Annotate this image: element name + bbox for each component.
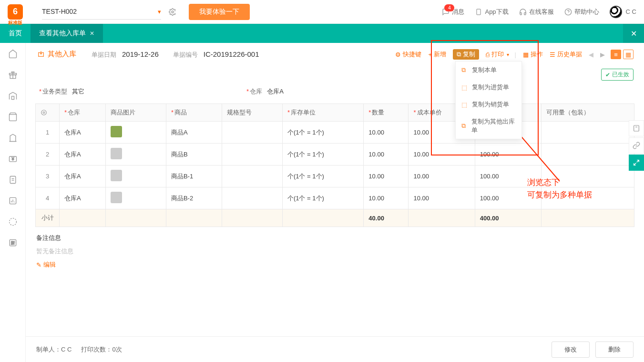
warehouse-field: *仓库 仓库A xyxy=(246,87,284,96)
subtotal-amount: 400.00 xyxy=(475,209,541,227)
table-row[interactable]: 1 仓库A 商品A 个(1个 = 1个) 10.00 10.00 100.00 xyxy=(36,122,634,144)
view-list-button[interactable]: ≡ xyxy=(611,50,621,59)
copy-button[interactable]: ⧉ 复制 xyxy=(453,49,479,60)
gear-icon: ⚙ xyxy=(395,51,401,58)
next-button[interactable]: ▶ xyxy=(600,51,605,58)
copy-as-outbound[interactable]: ⧉复制为其他出库单 xyxy=(456,113,521,139)
trial-button[interactable]: 我要体验一下 xyxy=(189,4,250,20)
app-download-link[interactable]: App下载 xyxy=(475,8,508,16)
row-qty: 10.00 xyxy=(364,122,409,144)
tab-current[interactable]: 查看其他入库单 ✕ xyxy=(31,24,103,43)
copy-as-purchase[interactable]: ⬚复制为进货单 xyxy=(456,79,521,96)
report-icon[interactable] xyxy=(8,196,18,206)
inbound-icon xyxy=(37,50,45,58)
close-icon[interactable]: ✕ xyxy=(90,30,94,37)
purchase-icon: ⬚ xyxy=(461,84,468,91)
check-icon: ✔ xyxy=(605,72,610,78)
history-button[interactable]: ☰历史单据 xyxy=(550,50,582,59)
row-amount: 100.00 xyxy=(475,187,541,209)
rail-expand-icon[interactable] xyxy=(629,155,644,171)
svg-rect-12 xyxy=(10,176,16,184)
gear-icon[interactable] xyxy=(169,8,176,16)
view-grid-button[interactable]: ▦ xyxy=(623,50,634,59)
delete-button[interactable]: 删除 xyxy=(595,341,634,358)
ops-button[interactable]: ▦操作 xyxy=(523,50,543,59)
tab-current-label: 查看其他入库单 xyxy=(39,29,86,38)
money-icon[interactable]: ¥ xyxy=(8,154,18,164)
customer-service-link[interactable]: 在线客服 xyxy=(519,8,554,16)
outbound-icon: ⧉ xyxy=(461,122,468,130)
row-qty: 10.00 xyxy=(364,187,409,209)
th-image: 商品图片 xyxy=(105,104,166,122)
edit-remarks-link[interactable]: ✎编辑 xyxy=(36,260,634,269)
copy-this-doc[interactable]: ⧉复制本单 xyxy=(456,62,521,79)
new-icon[interactable]: 新 xyxy=(8,238,18,248)
help-icon xyxy=(564,8,572,16)
add-button[interactable]: +新增 xyxy=(428,50,446,59)
tab-home[interactable]: 首页 xyxy=(0,24,31,43)
row-unit: 个(1个 = 1个) xyxy=(282,144,363,165)
print-button[interactable]: ⎙打印▾ xyxy=(486,50,509,59)
warehouse-icon[interactable] xyxy=(8,91,18,101)
row-warehouse: 仓库A xyxy=(60,144,106,165)
th-warehouse: *仓库 xyxy=(60,104,106,122)
headset-icon xyxy=(519,8,527,16)
loading-icon[interactable] xyxy=(8,217,18,227)
building-icon[interactable] xyxy=(8,133,18,143)
svg-text:¥: ¥ xyxy=(11,156,14,161)
card-title: 其他入库 xyxy=(48,50,76,59)
card-tab[interactable]: 其他入库 xyxy=(36,43,77,66)
grid-icon: ▦ xyxy=(523,51,529,58)
prev-button[interactable]: ◀ xyxy=(589,51,593,58)
copy-dropdown: ⧉复制本单 ⬚复制为进货单 ⬚复制为销货单 ⧉复制为其他出库单 xyxy=(455,61,522,139)
table-row[interactable]: 2 仓库A 商品B 个(1个 = 1个) 10.00 10.00 100.00 xyxy=(36,144,634,165)
row-price: 10.00 xyxy=(409,144,475,165)
help-label: 帮助中心 xyxy=(574,8,599,16)
table-row[interactable]: 4 仓库A 商品B-2 个(1个 = 1个) 10.00 10.00 100.0… xyxy=(36,187,634,209)
modify-button[interactable]: 修改 xyxy=(552,341,590,358)
shop-name: TEST-H002 xyxy=(42,8,77,15)
help-link[interactable]: 帮助中心 xyxy=(564,8,599,16)
row-unit: 个(1个 = 1个) xyxy=(282,187,363,209)
row-spec xyxy=(222,187,282,209)
row-warehouse: 仓库A xyxy=(60,165,106,187)
row-index: 2 xyxy=(36,144,60,165)
topbar: 6 标准版 TEST-H002 ▾ 我要体验一下 消息 App下载 xyxy=(0,0,644,24)
row-index: 1 xyxy=(36,122,60,144)
row-available xyxy=(542,144,634,165)
copy-as-sales[interactable]: ⬚复制为销货单 xyxy=(456,96,521,113)
row-available xyxy=(542,122,634,144)
shop-selector[interactable]: TEST-H002 ▾ xyxy=(42,4,161,20)
card-footer: 制单人： C C 打印次数： 0次 修改 删除 xyxy=(26,336,644,362)
product-image-icon xyxy=(111,126,122,137)
shortcut-button[interactable]: ⚙快捷键 xyxy=(395,50,421,59)
rail-note-icon[interactable] xyxy=(629,120,644,136)
row-product: 商品B-2 xyxy=(166,187,222,209)
svg-rect-1 xyxy=(477,9,480,15)
table-row[interactable]: 3 仓库A 商品B-1 个(1个 = 1个) 10.00 10.00 100.0… xyxy=(36,165,634,187)
row-spec xyxy=(222,165,282,187)
messages-link[interactable]: 消息 xyxy=(442,8,464,16)
maker-value: C C xyxy=(61,346,72,353)
row-available xyxy=(542,187,634,209)
home-icon[interactable] xyxy=(8,49,18,59)
prints-label: 打印次数： xyxy=(81,345,112,354)
avatar[interactable] xyxy=(610,6,622,18)
row-qty: 10.00 xyxy=(364,165,409,187)
tabbar-close-button[interactable]: ✕ xyxy=(623,24,644,43)
subtotal-row: 小计 40.00 400.00 xyxy=(36,209,634,227)
status-badge: ✔已生效 xyxy=(601,69,634,81)
tabbar: 首页 查看其他入库单 ✕ ✕ xyxy=(0,24,644,43)
rail-link-icon[interactable] xyxy=(629,137,644,154)
row-warehouse: 仓库A xyxy=(60,122,106,144)
row-product: 商品A xyxy=(166,122,222,144)
bag-icon[interactable] xyxy=(8,112,18,122)
row-index: 4 xyxy=(36,187,60,209)
items-table: *仓库 商品图片 *商品 规格型号 *库存单位 *数量 *成本单价 *成本金额 … xyxy=(35,103,634,227)
row-unit: 个(1个 = 1个) xyxy=(282,122,363,144)
clipboard-icon[interactable] xyxy=(8,175,18,185)
gear-column[interactable] xyxy=(36,104,60,122)
sales-icon: ⬚ xyxy=(461,101,468,108)
gift-icon[interactable] xyxy=(8,70,18,80)
row-spec xyxy=(222,122,282,144)
